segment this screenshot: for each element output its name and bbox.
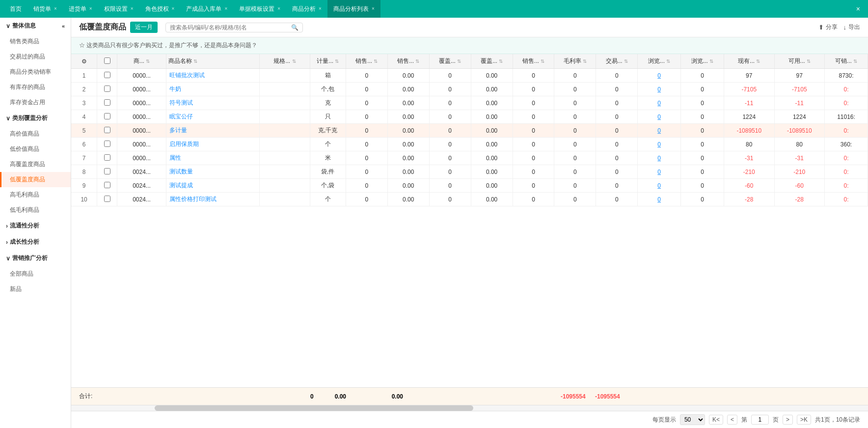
th-cov2[interactable]: 覆盖... ⇅: [471, 54, 513, 69]
row-name[interactable]: 眠宝公仔: [166, 110, 259, 124]
sidebar-section-overall[interactable]: ∨ 整体信息 «: [0, 18, 71, 34]
row-checkbox[interactable]: [104, 182, 110, 188]
nav-close-sales[interactable]: ×: [54, 0, 57, 18]
sidebar-item-all-goods[interactable]: 全部商品: [0, 266, 71, 282]
row-browse1[interactable]: 0: [638, 110, 681, 124]
th-sale3[interactable]: 销售... ⇅: [513, 54, 554, 69]
nav-products[interactable]: 产成品入库单 ×: [180, 0, 233, 18]
th-unit[interactable]: 计量... ⇅: [310, 54, 346, 69]
row-name[interactable]: 属性价格打印测试: [166, 193, 259, 206]
sidebar-item-low-profit[interactable]: 低毛利商品: [0, 202, 71, 218]
sidebar-collapse-icon[interactable]: «: [62, 23, 65, 29]
th-sale-amt[interactable]: 销售... ⇅: [387, 54, 429, 69]
nav-close-purchase[interactable]: ×: [89, 0, 92, 18]
sidebar-item-traded[interactable]: 交易过的商品: [0, 49, 71, 64]
row-name[interactable]: 多计量: [166, 124, 259, 138]
row-name[interactable]: 测试数量: [166, 165, 259, 179]
row-name[interactable]: 测试提成: [166, 179, 259, 193]
sidebar-section-flow[interactable]: › 流通性分析: [0, 218, 71, 234]
nav-close-goods-analysis-list[interactable]: ×: [372, 0, 375, 18]
th-code[interactable]: 商... ⇅: [117, 54, 166, 69]
row-checkbox[interactable]: [104, 127, 110, 133]
first-page-button[interactable]: K<: [709, 415, 723, 425]
th-check[interactable]: [97, 54, 117, 69]
sidebar-item-dynamic[interactable]: 商品分类动销率: [0, 64, 71, 80]
sidebar-section-marketing[interactable]: ∨ 营销推广分析: [0, 250, 71, 266]
th-settings[interactable]: ⚙: [71, 54, 97, 69]
nav-goods-analysis-list[interactable]: 商品分析列表 ×: [327, 0, 380, 18]
row-name[interactable]: 牛奶: [166, 83, 259, 96]
row-checkbox[interactable]: [104, 168, 110, 174]
nav-permissions[interactable]: 权限设置 ×: [98, 0, 139, 18]
th-browse2[interactable]: 浏览... ⇅: [681, 54, 724, 69]
th-avail[interactable]: 可用... ⇅: [774, 54, 825, 69]
share-button[interactable]: ⬆ 分享: [818, 23, 838, 31]
nav-close-goods-analysis[interactable]: ×: [319, 0, 322, 18]
th-gross[interactable]: 毛利率 ⇅: [554, 54, 596, 69]
nav-close-permissions[interactable]: ×: [131, 0, 134, 18]
nav-roles[interactable]: 角色授权 ×: [139, 0, 181, 18]
nav-sales[interactable]: 销货单 ×: [27, 0, 63, 18]
last-page-button[interactable]: >K: [797, 415, 811, 425]
th-cov1[interactable]: 覆盖... ⇅: [429, 54, 471, 69]
row-name[interactable]: 旺铺批次测试: [166, 69, 259, 83]
th-spec[interactable]: 规格... ⇅: [260, 54, 310, 69]
row-browse1[interactable]: 0: [638, 96, 681, 110]
row-checkbox[interactable]: [104, 86, 110, 92]
row-name[interactable]: 符号测试: [166, 96, 259, 110]
row-browse1[interactable]: 0: [638, 165, 681, 179]
nav-close-templates[interactable]: ×: [277, 0, 280, 18]
search-icon[interactable]: 🔍: [291, 24, 298, 31]
page-number-input[interactable]: [751, 415, 769, 425]
sidebar-item-new-goods[interactable]: 新品: [0, 282, 71, 297]
search-input[interactable]: [170, 24, 289, 31]
next-page-button[interactable]: >: [783, 415, 793, 425]
nav-home[interactable]: 首页: [4, 0, 27, 18]
nav-close-products[interactable]: ×: [224, 0, 227, 18]
row-browse1[interactable]: 0: [638, 69, 681, 83]
row-index: 9: [71, 179, 97, 193]
sidebar-item-sales[interactable]: 销售类商品: [0, 34, 71, 49]
nav-goods-analysis[interactable]: 商品分析 ×: [286, 0, 327, 18]
row-checkbox[interactable]: [104, 72, 110, 78]
horizontal-scrollbar[interactable]: [71, 405, 868, 411]
nav-templates[interactable]: 单据模板设置 ×: [233, 0, 286, 18]
row-checkbox[interactable]: [104, 196, 110, 202]
row-checkbox[interactable]: [104, 154, 110, 161]
th-browse1[interactable]: 浏览... ⇅: [638, 54, 681, 69]
sidebar-item-low-coverage[interactable]: 低覆盖度商品: [0, 172, 71, 187]
sidebar-item-high-coverage[interactable]: 高覆盖度商品: [0, 157, 71, 172]
page-size-select[interactable]: 50 100 200: [680, 414, 705, 425]
nav-close-roles[interactable]: ×: [172, 0, 175, 18]
row-browse1[interactable]: 0: [638, 124, 681, 138]
sidebar-section-growth[interactable]: › 成长性分析: [0, 234, 71, 250]
check-all[interactable]: [104, 57, 110, 64]
nav-purchase[interactable]: 进货单 ×: [63, 0, 98, 18]
th-current[interactable]: 现有... ⇅: [724, 54, 775, 69]
row-unit: 克: [310, 96, 346, 110]
sidebar-item-instock[interactable]: 有库存的商品: [0, 80, 71, 95]
sidebar-section-category[interactable]: ∨ 类别覆盖分析: [0, 110, 71, 126]
sidebar-item-high-profit[interactable]: 高毛利商品: [0, 187, 71, 202]
row-browse1[interactable]: 0: [638, 83, 681, 96]
prev-page-button[interactable]: <: [727, 415, 737, 425]
row-checkbox[interactable]: [104, 141, 110, 147]
row-browse1[interactable]: 0: [638, 138, 681, 151]
row-name[interactable]: 启用保质期: [166, 138, 259, 151]
sidebar-item-low-value[interactable]: 低价值商品: [0, 142, 71, 157]
row-browse1[interactable]: 0: [638, 193, 681, 206]
row-checkbox[interactable]: [104, 99, 110, 106]
th-name[interactable]: 商品名称 ⇅: [166, 54, 259, 69]
row-browse1[interactable]: 0: [638, 151, 681, 165]
row-name[interactable]: 属性: [166, 151, 259, 165]
row-checkbox[interactable]: [104, 113, 110, 119]
th-sale-qty[interactable]: 销售... ⇅: [346, 54, 387, 69]
row-browse1[interactable]: 0: [638, 179, 681, 193]
sidebar-item-capital[interactable]: 库存资金占用: [0, 95, 71, 110]
sidebar-item-high-value[interactable]: 高价值商品: [0, 126, 71, 142]
window-close-button[interactable]: ×: [852, 5, 864, 13]
th-saleable[interactable]: 可销... ⇅: [825, 54, 868, 69]
th-trade[interactable]: 交易... ⇅: [596, 54, 638, 69]
export-button[interactable]: ↓ 导出: [843, 23, 861, 31]
filter-recent-month-button[interactable]: 近一月: [130, 22, 158, 33]
